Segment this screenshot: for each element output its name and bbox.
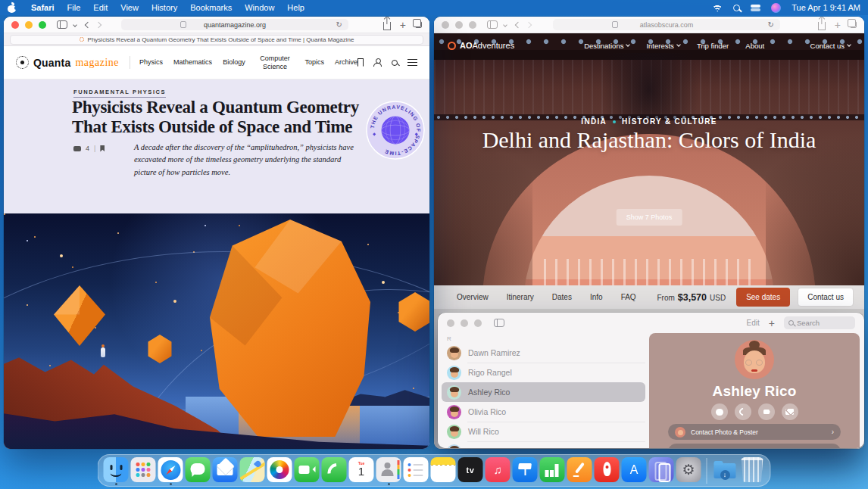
close-button[interactable] — [11, 21, 19, 29]
close-button[interactable] — [447, 319, 454, 327]
nav-item-destinations[interactable]: Destinations — [584, 42, 629, 50]
apple-menu-icon[interactable] — [8, 3, 17, 13]
menu-item-history[interactable]: History — [151, 3, 177, 12]
account-icon[interactable] — [373, 58, 382, 67]
add-contact-button[interactable]: + — [769, 318, 775, 329]
comments-icon[interactable] — [73, 146, 81, 151]
wifi-icon[interactable] — [712, 4, 723, 12]
contact-row[interactable]: Rigo Rangel — [442, 363, 645, 382]
minimize-button[interactable] — [25, 21, 33, 29]
contact-us-button[interactable]: Contact us — [798, 288, 854, 307]
subnav-item-info[interactable]: Info — [590, 293, 603, 301]
zoom-button[interactable] — [39, 21, 46, 29]
tv-dock-icon[interactable]: tv — [458, 457, 483, 484]
sidebar-icon[interactable] — [57, 20, 67, 29]
edit-button[interactable]: Edit — [747, 319, 760, 327]
pages-dock-icon[interactable] — [567, 457, 592, 484]
menu-item-edit[interactable]: Edit — [93, 3, 108, 12]
see-dates-button[interactable]: See dates — [736, 288, 790, 307]
address-bar[interactable]: quantamagazine.org ↻ — [121, 19, 348, 30]
nav-item-mathematics[interactable]: Mathematics — [173, 58, 212, 66]
search-input[interactable] — [797, 319, 850, 327]
downloads-dock-icon[interactable]: ↓ — [713, 457, 738, 484]
email-button[interactable] — [782, 403, 798, 420]
nav-item-physics[interactable]: Physics — [139, 58, 163, 66]
back-button[interactable] — [516, 23, 520, 27]
show-photos-button[interactable]: Show 7 Photos — [617, 209, 682, 226]
tab-overview-icon[interactable] — [850, 21, 857, 28]
breadcrumb-region[interactable]: INDIA — [581, 117, 607, 126]
calendar-dock-icon[interactable]: Tue1 — [349, 457, 374, 484]
menu-app-name[interactable]: Safari — [31, 3, 55, 12]
article-headline[interactable]: Physicists Reveal a Quantum Geometry Tha… — [72, 98, 375, 137]
sidebar-icon[interactable] — [494, 319, 504, 327]
zoom-button[interactable] — [469, 21, 476, 29]
launchpad-dock-icon[interactable] — [131, 457, 156, 484]
contact-row[interactable]: Ashley Rico — [442, 382, 645, 402]
ao-logo[interactable]: AOAdventures — [448, 41, 514, 50]
control-center-icon[interactable] — [751, 5, 760, 11]
new-tab-button[interactable]: + — [835, 20, 841, 30]
video-button[interactable] — [758, 403, 775, 420]
bookmark-icon[interactable] — [358, 58, 364, 67]
article-kicker[interactable]: FUNDAMENTAL PHYSICS — [73, 89, 166, 98]
subnav-item-itinerary[interactable]: Itinerary — [507, 293, 534, 301]
music-dock-icon[interactable]: ♫ — [486, 457, 510, 484]
nav-item-topics[interactable]: Topics — [304, 58, 324, 66]
numbers-dock-icon[interactable] — [540, 457, 565, 484]
contact-photo-poster-row[interactable]: Contact Photo & Poster › — [668, 424, 841, 440]
search-icon[interactable] — [392, 60, 398, 66]
tab-quanta-article[interactable]: Physicists Reveal a Quantum Geometry Tha… — [10, 35, 423, 45]
sidebar-icon[interactable] — [487, 20, 498, 29]
address-bar[interactable]: atlasobscura.com ↻ — [553, 19, 780, 30]
save-article-icon[interactable] — [100, 145, 105, 152]
nav-item-about[interactable]: About — [745, 42, 764, 50]
nav-contact-us[interactable]: Contact us — [810, 42, 851, 50]
nav-item-biology[interactable]: Biology — [223, 58, 245, 66]
share-icon[interactable] — [383, 19, 391, 30]
app-store-dock-icon[interactable]: A — [622, 457, 647, 484]
reminders-dock-icon[interactable] — [404, 457, 429, 484]
notes-dock-icon[interactable] — [431, 457, 456, 484]
nav-item-computer-science[interactable]: Computer Science — [256, 55, 295, 70]
trash-dock-icon[interactable] — [740, 457, 765, 484]
menu-item-file[interactable]: File — [67, 3, 81, 12]
new-tab-button[interactable]: + — [400, 20, 406, 30]
breadcrumb-topic[interactable]: HISTORY & CULTURE — [622, 117, 717, 126]
subnav-item-dates[interactable]: Dates — [552, 293, 572, 301]
minimize-button[interactable] — [455, 21, 463, 29]
contact-avatar[interactable] — [735, 340, 774, 379]
reload-icon[interactable]: ↻ — [768, 21, 774, 29]
nav-item-archive[interactable]: Archive — [335, 58, 358, 66]
contact-row[interactable]: Will Rico — [442, 422, 645, 441]
keynote-dock-icon[interactable] — [513, 457, 538, 484]
finder-dock-icon[interactable] — [104, 457, 129, 484]
minimize-button[interactable] — [461, 319, 468, 327]
subnav-item-overview[interactable]: Overview — [457, 293, 489, 301]
subnav-item-faq[interactable]: FAQ — [621, 293, 636, 301]
iphone-mirroring-dock-icon[interactable] — [649, 457, 674, 484]
reload-icon[interactable]: ↻ — [336, 21, 342, 29]
contacts-search-field[interactable] — [784, 316, 855, 329]
phone-dock-icon[interactable] — [322, 457, 347, 484]
tab-group-chevron-icon[interactable] — [504, 23, 507, 26]
menu-icon[interactable] — [407, 59, 417, 66]
maps-dock-icon[interactable] — [240, 457, 265, 484]
photos-dock-icon[interactable] — [267, 457, 292, 484]
comment-count[interactable]: 4 — [86, 145, 89, 152]
forward-button[interactable] — [96, 23, 101, 27]
system-settings-dock-icon[interactable]: ⚙ — [676, 457, 701, 484]
menu-clock[interactable]: Tue Apr 1 9:41 AM — [792, 3, 860, 12]
facetime-dock-icon[interactable] — [295, 457, 320, 484]
back-button[interactable] — [86, 23, 90, 27]
page-settings-icon[interactable] — [612, 21, 618, 28]
series-badge[interactable]: THE UNRAVELING OF SPACE-TIME — [366, 101, 425, 160]
tab-group-chevron-icon[interactable] — [73, 23, 76, 26]
safari-dock-icon[interactable] — [158, 457, 183, 484]
contacts-dock-icon[interactable] — [376, 457, 401, 484]
tab-overview-icon[interactable] — [415, 21, 422, 28]
contact-row[interactable]: Dawn Ramirez — [442, 343, 645, 363]
menu-item-view[interactable]: View — [120, 3, 139, 12]
rocket-dock-icon[interactable] — [595, 457, 620, 484]
share-icon[interactable] — [818, 19, 826, 30]
